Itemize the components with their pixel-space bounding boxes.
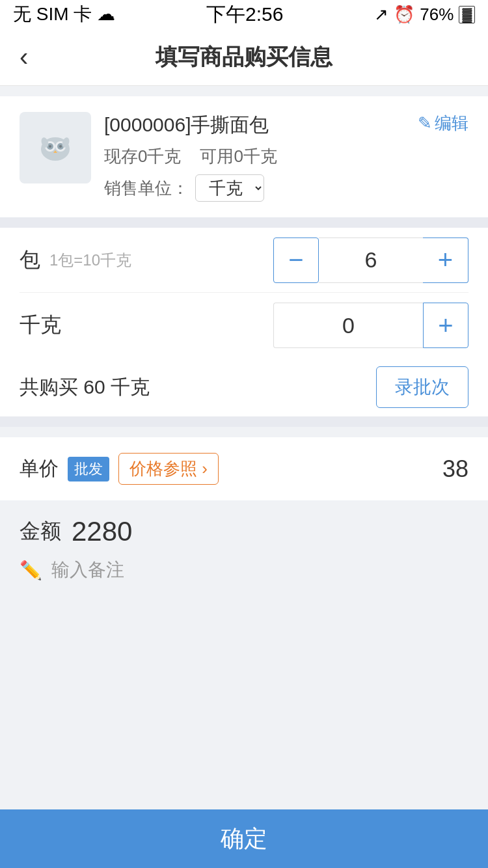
- product-name: [0000006]手撕面包: [104, 112, 269, 139]
- battery-icon: ▓: [459, 6, 475, 23]
- batch-button[interactable]: 录批次: [376, 366, 468, 408]
- price-value: 38: [442, 455, 468, 483]
- quantity-row-kg: 千克 +: [20, 293, 468, 358]
- qty-plus-button-kg[interactable]: +: [423, 303, 468, 348]
- status-right: ↗ ⏰ 76% ▓: [374, 5, 475, 25]
- section-divider-2: [0, 416, 488, 427]
- status-time: 下午2:56: [206, 1, 283, 28]
- price-ref-button[interactable]: 价格参照 ›: [118, 453, 219, 485]
- location-icon: ↗: [374, 5, 388, 25]
- page-title: 填写商品购买信息: [156, 42, 332, 72]
- back-button[interactable]: ‹: [20, 42, 28, 72]
- confirm-label: 确定: [221, 823, 267, 855]
- alarm-icon: ⏰: [394, 5, 414, 25]
- product-thumbnail: [20, 112, 91, 183]
- edit-button[interactable]: ✎ 编辑: [418, 112, 468, 135]
- amount-row: 金额 2280: [20, 516, 468, 547]
- quantity-section: 包 1包=10千克 − + 千克 +: [0, 228, 488, 358]
- status-left: 无 SIM 卡 ☁: [13, 2, 115, 27]
- svg-point-6: [59, 145, 62, 148]
- qty-plus-button-bao[interactable]: +: [423, 237, 468, 283]
- status-bar: 无 SIM 卡 ☁ 下午2:56 ↗ ⏰ 76% ▓: [0, 0, 488, 29]
- svg-point-5: [49, 145, 51, 148]
- sim-status: 无 SIM 卡 ☁: [13, 2, 115, 27]
- edit-label: 编辑: [435, 112, 468, 135]
- battery-level: 76%: [420, 5, 454, 25]
- qty-input-bao[interactable]: [319, 237, 423, 283]
- product-stock: 现存0千克 可用0千克: [104, 145, 468, 168]
- product-card: [0000006]手撕面包 ✎ 编辑 现存0千克 可用0千克 销售单位： 千克: [0, 96, 488, 217]
- quantity-row-bao: 包 1包=10千克 − +: [20, 228, 468, 293]
- remark-placeholder: 输入备注: [51, 558, 124, 582]
- price-label: 单价: [20, 455, 59, 482]
- price-left: 单价 批发 价格参照 ›: [20, 453, 219, 485]
- product-logo-icon: [36, 128, 75, 167]
- unit-select[interactable]: 千克: [195, 174, 264, 202]
- nav-bar: ‹ 填写商品购买信息: [0, 29, 488, 86]
- qty-minus-button-bao[interactable]: −: [273, 237, 319, 283]
- remark-icon: ✏️: [20, 560, 42, 581]
- price-tag: 批发: [68, 457, 109, 481]
- edit-icon: ✎: [418, 113, 432, 133]
- product-info: [0000006]手撕面包 ✎ 编辑 现存0千克 可用0千克 销售单位： 千克: [104, 112, 468, 202]
- qty-input-kg[interactable]: [273, 303, 423, 348]
- total-text: 共购买 60 千克: [20, 374, 150, 401]
- remark-row[interactable]: ✏️ 输入备注: [20, 558, 468, 582]
- amount-label: 金额: [20, 517, 61, 546]
- product-unit: 销售单位： 千克: [104, 174, 468, 202]
- amount-value: 2280: [72, 516, 132, 547]
- qty-controls-kg: +: [273, 303, 468, 348]
- qty-label-bao: 包 1包=10千克: [20, 246, 131, 275]
- confirm-button[interactable]: 确定: [0, 809, 488, 868]
- price-section: 单价 批发 价格参照 › 38: [0, 437, 488, 500]
- qty-controls-bao: − +: [273, 237, 468, 283]
- qty-label-kg: 千克: [20, 311, 61, 340]
- section-divider-1: [0, 217, 488, 228]
- total-section: 共购买 60 千克 录批次: [0, 358, 488, 416]
- amount-section: 金额 2280 ✏️ 输入备注: [0, 500, 488, 593]
